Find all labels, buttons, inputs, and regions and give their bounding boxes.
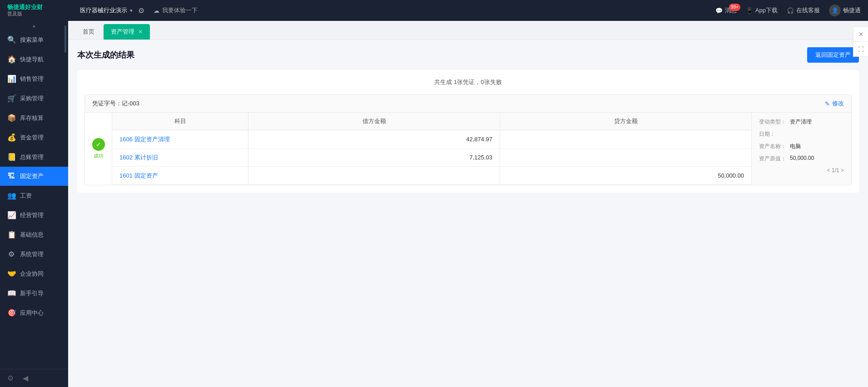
main-layout: ▲ 🔍 搜索菜单 🏠 快捷导航 📊 销售管理 🛒 采购管理 📦 库存核算 💰 资…	[0, 21, 868, 387]
basic-info-label: 基础信息	[20, 231, 44, 239]
experience-button[interactable]: ☁ 我要体验一下	[154, 6, 198, 15]
sales-icon: 📊	[7, 74, 15, 83]
maximize-panel-button[interactable]: ⛶	[853, 42, 868, 56]
sidebar-item-search-menu[interactable]: 🔍 搜索菜单	[0, 30, 68, 50]
top-header: 畅捷通好业财 普及版 医疗器械行业演示 ▾ ⚙ ☁ 我要体验一下 💬 消息 99…	[0, 0, 868, 21]
messages-button[interactable]: 💬 消息 99+	[715, 6, 737, 15]
sales-label: 销售管理	[20, 75, 44, 83]
quick-nav-icon: 🏠	[7, 55, 15, 64]
enterprise-label: 企业协同	[20, 270, 44, 278]
chevron-down-icon: ▾	[130, 8, 133, 14]
header-center: 医疗器械行业演示 ▾ ⚙ ☁ 我要体验一下	[75, 6, 715, 15]
online-support-label: 在线客服	[796, 6, 820, 15]
sidebar-item-enterprise[interactable]: 🤝 企业协同	[0, 264, 68, 283]
tab-home[interactable]: 首页	[75, 24, 102, 40]
user-avatar[interactable]: 👤 畅捷通	[829, 5, 861, 16]
sidebar-item-system[interactable]: ⚙ 系统管理	[0, 244, 68, 264]
date-label: 日期：	[759, 130, 775, 138]
table-row: 1602 累计折旧 7,125.03	[112, 149, 751, 167]
guide-icon: 📖	[7, 289, 15, 298]
close-panel-button[interactable]: ✕	[853, 27, 868, 42]
row3-credit: 50,000.00	[500, 167, 751, 184]
row3-subject: 1601 固定资产	[112, 167, 248, 184]
sidebar-item-finance[interactable]: 💰 资金管理	[0, 128, 68, 147]
success-icon: ✓	[92, 138, 105, 151]
sidebar-item-payroll[interactable]: 👥 工资	[0, 186, 68, 205]
logo-title: 畅捷通好业财	[7, 4, 43, 11]
table-header: 科目 借方金额 贷方金额	[112, 113, 751, 130]
table-row: 1601 固定资产 50,000.00	[112, 167, 751, 185]
pagination-text: 1/1	[832, 167, 841, 174]
collapse-icon[interactable]: ◀‌‌	[23, 374, 28, 382]
page-title: 本次生成的结果	[77, 50, 134, 60]
return-fixed-assets-button[interactable]: 返回固定资产	[807, 47, 859, 63]
user-name: 畅捷通	[843, 6, 861, 15]
row1-credit	[500, 130, 751, 148]
sidebar-bottom: ⚙ ◀‌‌	[0, 369, 68, 387]
logo-area: 畅捷通好业财 普及版	[7, 4, 75, 18]
app-download-button[interactable]: 📱 App下载	[746, 6, 778, 15]
row2-debit: 7,125.03	[248, 149, 500, 166]
ledger-icon: 📒	[7, 153, 15, 161]
row2-credit	[500, 149, 751, 166]
app-download-label: App下载	[755, 6, 778, 15]
online-support-button[interactable]: 🎧 在线客服	[787, 6, 820, 15]
sidebar-item-quick-nav[interactable]: 🏠 快捷导航	[0, 50, 68, 69]
settings-bottom-icon[interactable]: ⚙	[7, 374, 14, 382]
row1-debit: 42,874.97	[248, 130, 500, 148]
sidebar-item-sales[interactable]: 📊 销售管理	[0, 69, 68, 89]
sidebar-scroll-up[interactable]: ▲	[0, 21, 68, 30]
system-label: 系统管理	[20, 250, 44, 258]
voucher-table: ✓ 成功 科目 借方金额 贷方金额 160	[85, 113, 851, 185]
change-type-value: 资产清理	[790, 118, 812, 126]
prev-page-icon[interactable]: <	[827, 167, 830, 174]
tab-bar: 首页 资产管理 ✕	[68, 21, 868, 40]
messages-badge: 99+	[729, 4, 740, 11]
page-title-area: 本次生成的结果 返回固定资产	[77, 47, 859, 63]
inventory-label: 库存核算	[20, 114, 44, 122]
original-value-label: 资产原值：	[759, 155, 786, 163]
sidebar-item-fixed-assets[interactable]: 🏗 固定资产	[0, 167, 68, 186]
header-right: 💬 消息 99+ 📱 App下载 🎧 在线客服 👤 畅捷通	[715, 5, 861, 16]
app-center-label: 应用中心	[20, 309, 44, 317]
sidebar-item-inventory[interactable]: 📦 库存核算	[0, 108, 68, 128]
result-summary: 共生成 1张凭证，0张失败	[77, 70, 859, 94]
asset-name-value: 电脑	[790, 143, 801, 150]
search-menu-icon: 🔍	[7, 35, 15, 44]
panel-pagination[interactable]: < 1/1 >	[759, 167, 844, 174]
next-page-icon[interactable]: >	[841, 167, 844, 174]
app-center-icon: 🎯	[7, 308, 15, 317]
inventory-icon: 📦	[7, 114, 15, 122]
edit-voucher-button[interactable]: ✎ 修改	[825, 99, 844, 108]
settings-icon[interactable]: ⚙	[138, 6, 144, 15]
experience-label: 我要体验一下	[162, 6, 198, 15]
row1-subject: 1606 固定资产清理	[112, 130, 248, 148]
sidebar-item-purchase[interactable]: 🛒 采购管理	[0, 89, 68, 108]
sidebar-item-guide[interactable]: 📖 新手引导	[0, 283, 68, 303]
date-row: 日期：	[759, 130, 844, 138]
finance-label: 资金管理	[20, 134, 44, 142]
enterprise-icon: 🤝	[7, 269, 15, 278]
sidebar-item-operations[interactable]: 📈 经营管理	[0, 205, 68, 225]
sidebar-scroll-indicator	[64, 21, 66, 387]
original-value-value: 50,000.00	[790, 155, 814, 163]
tab-asset-mgmt[interactable]: 资产管理 ✕	[104, 24, 150, 40]
table-row: 1606 固定资产清理 42,874.97	[112, 130, 751, 149]
voucher-main-table: 科目 借方金额 贷方金额 1606 固定资产清理 42,874.97 1602 …	[112, 113, 751, 185]
sidebar-item-basic-info[interactable]: 📋 基础信息	[0, 225, 68, 244]
sidebar-item-ledger[interactable]: 📒 总账管理	[0, 147, 68, 167]
tab-close-icon[interactable]: ✕	[138, 29, 143, 35]
download-icon: 📱	[746, 7, 753, 14]
sidebar-item-app-center[interactable]: 🎯 应用中心	[0, 303, 68, 322]
tab-asset-mgmt-label: 资产管理	[111, 28, 134, 36]
header-subject: 科目	[112, 113, 248, 130]
company-selector[interactable]: 医疗器械行业演示 ▾	[80, 6, 133, 15]
content-area: 首页 资产管理 ✕ 本次生成的结果 返回固定资产 共生成 1张凭证，0张失败	[68, 21, 868, 387]
panel-controls: ✕ ⛶	[853, 27, 868, 57]
fixed-assets-label: 固定资产	[20, 172, 44, 180]
row3-debit	[248, 167, 500, 184]
payroll-label: 工资	[20, 192, 32, 200]
finance-icon: 💰	[7, 133, 15, 142]
fixed-assets-icon: 🏗	[7, 172, 15, 180]
success-label: 成功	[94, 153, 104, 159]
